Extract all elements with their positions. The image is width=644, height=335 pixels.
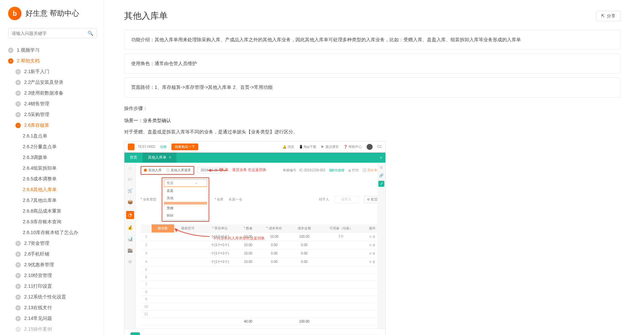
ss-biztype-select: 售后⌄ 盘盈 其他 受赠 拆卸 <box>162 177 209 222</box>
nav-item-2-14[interactable]: +2.14常见问题 <box>8 313 97 324</box>
nav-item-2-6-4[interactable]: 2.6.4组装拆卸单 <box>8 163 97 174</box>
ss-toplink-msg: 🔔 消息 <box>282 145 294 149</box>
th-lock: 锁存数 <box>152 224 174 233</box>
expand-icon: ⤢ <box>378 181 384 187</box>
nav-item-2-6-10[interactable]: 2.6.10库存账本错了怎么办 <box>8 227 97 238</box>
nav-item-2-2[interactable]: +2.2产品安装及登录 <box>8 77 97 88</box>
ss-radio-return: 其他入库退库 <box>166 168 191 173</box>
table-row: 3个(1个=1个)10.000.000.00⊕ 🗑 <box>141 249 381 258</box>
nav-item-2-15[interactable]: +2.15操作案例 <box>8 324 97 335</box>
ss-dd-opt: 其他 <box>164 194 207 202</box>
nav-item-video[interactable]: +1.视频学习 <box>8 45 97 56</box>
ss-handler-label: 经手人 <box>319 197 329 202</box>
ss-docno-label: 单据编号 <box>283 168 296 173</box>
path-label: 页面路径： <box>131 85 155 90</box>
intro-box-function: 功能介绍：其他入库单用来处理除采购入库、产成品入库之外的其他入库业务，因此其他入… <box>124 30 621 50</box>
ss-annotation-2: 不同业务的入库类型在这里切换 <box>213 236 265 241</box>
link-icon: 🔗 <box>378 173 384 179</box>
nav-item-2-5[interactable]: +2.5采购管理 <box>8 109 97 120</box>
nav-item-2-6-5[interactable]: 2.6.5成本调整单 <box>8 174 97 184</box>
cart-icon: 🛒 <box>127 188 133 193</box>
embedded-screenshot: TEST-H002 切换 我要购买一下 🔔 消息 📱 App下载 ▶ 激活课堂 … <box>124 141 386 335</box>
ss-switch-link: 切换 <box>160 145 167 149</box>
share-icon: ⇱ <box>601 13 605 18</box>
nav-item-2-6-2[interactable]: 2.6.2分量盘点单 <box>8 142 97 152</box>
th-avail: 可用量（包装） <box>318 224 364 233</box>
search-input[interactable] <box>12 31 88 36</box>
ss-docno-value: IC-20191226-001 <box>300 168 326 172</box>
clock-icon: ◔ <box>126 211 134 219</box>
ss-dd-opt: 拆卸 <box>164 212 207 219</box>
th-unit: * 库存单位 <box>202 224 238 233</box>
brand-title: 好生意 帮助中心 <box>25 8 79 18</box>
ss-wh-value: 长昌一仓 <box>229 197 242 202</box>
ss-handler-input: 经手人 <box>334 196 359 203</box>
nav-item-2-4[interactable]: +2.4销售管理 <box>8 99 97 109</box>
ss-annotation-1: 入库、退货业务 在这里切换 <box>221 168 266 172</box>
intro-text: 其他入库单用来处理除采购入库、产成品入库之外的其他入库业务，因此其他入库单可处理… <box>155 37 521 42</box>
ss-form-area: 其他入库 其他入库退库 2019-12-26 📅 入库、退货业务 在这里切换 单… <box>136 163 385 329</box>
nav-item-2-8[interactable]: +2.8手机旺铺 <box>8 249 97 260</box>
role-text: 通常由仓管人员维护 <box>155 61 197 66</box>
search-box[interactable]: 🔍 <box>8 28 97 38</box>
home-icon: ⌂ <box>127 165 133 171</box>
chart-icon: 📊 <box>127 236 133 242</box>
ss-biztype-label: * 业务类型 <box>141 197 156 202</box>
intro-box-role: 使用角色：通常由仓管人员维护 <box>124 54 621 73</box>
ss-topbar: TEST-H002 切换 我要购买一下 🔔 消息 📱 App下载 ▶ 激活课堂 … <box>124 142 385 153</box>
ss-left-rail: ⌂ 🏷 🛒 📦 ◔ 💰 📊 🏬 ⚙ <box>124 163 136 329</box>
nav-item-2-6-1[interactable]: 2.6.1盘点单 <box>8 131 97 142</box>
nav-item-docs[interactable]: −2.帮助文档 <box>8 56 97 66</box>
ss-right-rail: ⧉ 🔗 ⤢ <box>377 163 385 329</box>
ss-logo-icon <box>128 144 135 150</box>
copy-icon: ⧉ <box>378 165 384 171</box>
sidebar: b 好生意 帮助中心 🔍 +1.视频学习 −2.帮助文档 +2.1新手入门 +2… <box>0 0 104 335</box>
ss-tabs: 首页 其他入库单× × <box>124 153 385 163</box>
nav-item-2-10[interactable]: +2.10经营管理 <box>8 270 97 281</box>
nav-item-2-3[interactable]: +2.3使用前数据准备 <box>8 88 97 99</box>
nav-item-2-1[interactable]: +2.1新手入门 <box>8 66 97 77</box>
box-icon: 📦 <box>127 200 133 205</box>
nav-item-2-6[interactable]: −2.6库存核算 <box>8 120 97 131</box>
nav-item-2-13[interactable]: +2.13在线支付 <box>8 302 97 313</box>
ss-toplink-app: 📱 App下载 <box>299 145 316 149</box>
nav-item-2-6-8[interactable]: 2.6.8商品成本重算 <box>8 206 97 217</box>
ss-biztype-dropdown: 盘盈 其他 受赠 拆卸 <box>164 187 207 220</box>
nav-item-2-12[interactable]: +2.12系统个性化设置 <box>8 292 97 302</box>
ss-avatar-icon <box>367 144 373 150</box>
ss-dd-opt: 盘盈 <box>164 187 207 194</box>
ss-radio-in: 其他入库 <box>144 168 162 173</box>
role-label: 使用角色： <box>131 61 155 66</box>
scene1-title: 场景一：业务类型确认 <box>124 118 621 124</box>
share-label: 分享 <box>607 13 615 19</box>
ss-wh-label: * 仓库 <box>215 197 224 202</box>
ss-tool-print: 🖨 打印 <box>348 168 359 173</box>
intro-box-path: 页面路径：1、库存核算->库存管理->其他入库单 2、首页->常用功能 <box>124 77 621 97</box>
nav-item-2-6-3[interactable]: 2.6.3调拨单 <box>8 152 97 163</box>
nav-tree: +1.视频学习 −2.帮助文档 +2.1新手入门 +2.2产品安装及登录 +2.… <box>8 45 97 335</box>
search-icon[interactable]: 🔍 <box>88 31 93 36</box>
table-row: 4个(1个=1个)10.000.000.00⊕ 🗑 <box>141 258 381 266</box>
intro-label: 功能介绍： <box>131 37 155 42</box>
ss-toplink-class: ▶ 激活课堂 <box>321 145 339 149</box>
nav-item-2-6-7[interactable]: 2.6.7其他出库单 <box>8 195 97 206</box>
steps-label: 操作步骤： <box>124 104 621 113</box>
ss-trial-button: 我要购买一下 <box>171 144 198 150</box>
scene1-text: 对于受赠、盘盈或是拆装入库等不同的业务，是通过单据头【业务类型】进行区分。 <box>124 127 621 136</box>
nav-item-2-11[interactable]: +2.11打印设置 <box>8 281 97 292</box>
share-button[interactable]: ⇱ 分享 <box>596 11 621 21</box>
nav-item-2-6-6[interactable]: 2.6.6其他入库单 <box>8 184 97 195</box>
nav-item-2-9[interactable]: +2.9优惠券管理 <box>8 260 97 270</box>
brand: b 好生意 帮助中心 <box>8 7 97 20</box>
nav-item-2-7[interactable]: +2.7资金管理 <box>8 238 97 249</box>
ss-dd-opt: 受赠 <box>164 205 207 212</box>
nav-item-2-6-9[interactable]: 2.6.9库存账本查询 <box>8 217 97 227</box>
gear-icon: ⚙ <box>127 259 133 265</box>
logo-icon: b <box>8 7 21 20</box>
chevron-down-icon: ⌄ <box>195 181 198 185</box>
ss-tool-shortcut: ⌨ 快捷键 <box>329 168 345 173</box>
ss-account: TEST-H002 <box>138 145 155 149</box>
th-spec: 规格型号 <box>174 224 202 233</box>
ss-username: CC <box>377 145 382 149</box>
shop-icon: 🏬 <box>127 248 133 253</box>
